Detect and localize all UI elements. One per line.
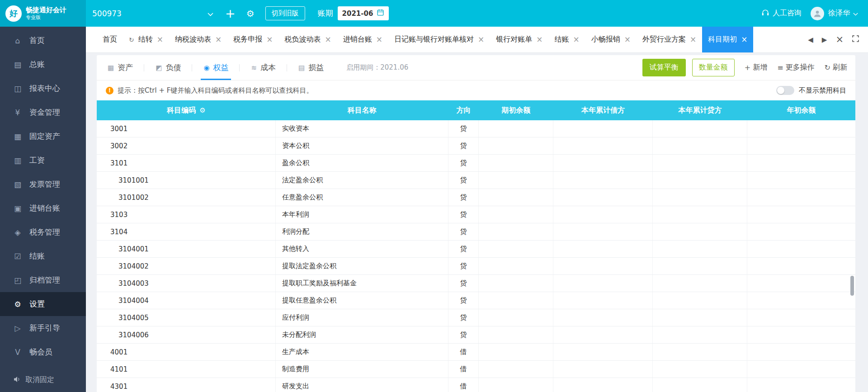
tab-tax-payment-fluctuation[interactable]: 纳税波动表× — [169, 27, 227, 52]
sidebar-item-label: 结账 — [29, 251, 45, 261]
tab-home[interactable]: 首页 — [97, 27, 123, 52]
tab-close-icon[interactable]: × — [157, 36, 163, 43]
switch-old-version-button[interactable]: 切到旧版 — [265, 6, 305, 20]
chevron-down-icon — [208, 9, 213, 18]
table-row[interactable]: 3104利润分配贷 — [97, 223, 855, 241]
col-header-account-code[interactable]: 科目编码 ⚙ — [97, 100, 276, 120]
fixed-assets-icon: ▦ — [13, 132, 23, 141]
subtab-liabilities[interactable]: ◩负债 — [153, 55, 184, 80]
subtab-label: 权益 — [213, 62, 228, 73]
tab-scroll-left-icon[interactable]: ◀ — [808, 36, 813, 44]
table-row[interactable]: 3104005应付利润贷 — [97, 309, 855, 326]
tab-close-icon[interactable]: × — [266, 36, 273, 43]
tab-carryover[interactable]: ↻结转× — [123, 27, 169, 52]
table-row[interactable]: 3104002提取法定盈余公积贷 — [97, 258, 855, 275]
table-row[interactable]: 4101制造费用借 — [97, 361, 855, 378]
sidebar-item-report-center[interactable]: ◫报表中心 — [0, 76, 86, 100]
refresh-button[interactable]: ↻ 刷新 — [825, 63, 847, 72]
sidebar-item-settings[interactable]: ⚙设置 — [0, 292, 86, 316]
cell-opening-balance — [479, 172, 553, 189]
topbar-settings-gear-icon[interactable]: ⚙ — [246, 9, 255, 18]
sidebar-item-fund-management[interactable]: ¥资金管理 — [0, 100, 86, 124]
col-header-direction[interactable]: 方向 — [448, 100, 479, 120]
tab-close-icon[interactable]: × — [624, 36, 631, 43]
table-row[interactable]: 3001实收资本贷 — [97, 120, 855, 137]
col-header-year-begin-balance[interactable]: 年初余额 — [747, 100, 855, 120]
trial-balance-button[interactable]: 试算平衡 — [642, 59, 686, 76]
table-row[interactable]: 3101001法定盈余公积贷 — [97, 172, 855, 189]
period-picker[interactable]: 2021-06 — [338, 6, 389, 20]
user-menu[interactable]: 徐泽华 — [828, 9, 858, 18]
fullscreen-icon[interactable] — [852, 35, 859, 44]
invoice-icon: ▧ — [13, 180, 23, 189]
tab-xiaochang-reimbursement[interactable]: 小畅报销× — [585, 27, 637, 52]
cell-opening-balance — [479, 155, 553, 171]
tab-scroll-right-icon[interactable]: ▶ — [822, 36, 827, 44]
table-row[interactable]: 3101盈余公积贷 — [97, 155, 855, 172]
sidebar-item-general-ledger[interactable]: ▤总账 — [0, 52, 86, 76]
cell-direction: 贷 — [448, 206, 479, 223]
sidebar-item-home[interactable]: ⌂首页 — [0, 28, 86, 52]
sidebar-item-member[interactable]: Ⅴ畅会员 — [0, 340, 86, 364]
tab-tax-declaration[interactable]: 税务申报× — [227, 27, 278, 52]
col-header-ytd-credit[interactable]: 本年累计贷方 — [653, 100, 747, 120]
hide-disabled-accounts-toggle[interactable] — [776, 86, 794, 95]
subtab-equity[interactable]: ◉权益 — [201, 55, 231, 80]
tab-close-icon[interactable]: × — [690, 36, 696, 43]
tab-account-opening-balance[interactable]: 科目期初× — [702, 27, 753, 52]
table-row[interactable]: 3101002任意盈余公积贷 — [97, 189, 855, 206]
quantity-amount-button[interactable]: 数量金额 — [692, 59, 735, 76]
table-row[interactable]: 3104004提取任意盈余公积贷 — [97, 292, 855, 309]
tab-journal-bank-reconciliation[interactable]: 日记账与银行对账单核对× — [388, 27, 490, 52]
vertical-scrollbar-thumb[interactable] — [850, 276, 854, 296]
tab-close-icon[interactable]: × — [573, 36, 579, 43]
table-row[interactable]: 3104006未分配利润贷 — [97, 326, 855, 344]
sidebar-item-invoice-management[interactable]: ▧发票管理 — [0, 172, 86, 196]
tab-close-icon[interactable]: × — [215, 36, 222, 43]
enable-period-text: 启用期间：2021.06 — [346, 63, 408, 72]
col-header-opening-balance[interactable]: 期初余额 — [479, 100, 553, 120]
table-row[interactable]: 3104003提取职工奖励及福利基金贷 — [97, 275, 855, 292]
tab-closing[interactable]: 结账× — [548, 27, 585, 52]
subtab-cost[interactable]: ≋成本 — [248, 55, 278, 80]
table-row[interactable]: 3103本年利润贷 — [97, 206, 855, 223]
tab-close-icon[interactable]: × — [741, 36, 747, 43]
cell-ytd-credit — [653, 344, 747, 360]
sidebar-item-tax-management[interactable]: ◈税务管理 — [0, 220, 86, 244]
sidebar-unpin-button[interactable]: 取消固定 — [0, 368, 86, 392]
table-row[interactable]: 3104001其他转入贷 — [97, 241, 855, 258]
more-actions-button[interactable]: ≡ 更多操作 — [777, 63, 814, 72]
table-row[interactable]: 4301研发支出借 — [97, 378, 855, 392]
avatar[interactable] — [811, 7, 824, 20]
add-new-button[interactable]: + 新增 — [745, 63, 767, 72]
tab-close-icon[interactable]: × — [536, 36, 542, 43]
tab-foreign-trade-solution[interactable]: 外贸行业方案× — [637, 27, 702, 52]
col-header-account-name[interactable]: 科目名称 — [276, 100, 448, 120]
cell-account-name: 提取任意盈余公积 — [276, 292, 448, 309]
table-row[interactable]: 3002资本公积贷 — [97, 137, 855, 155]
tab-purchase-sales-ledger[interactable]: 进销台账× — [337, 27, 388, 52]
account-select[interactable]: 500973 — [92, 9, 213, 18]
close-all-tabs-icon[interactable]: × — [835, 35, 844, 44]
tab-close-icon[interactable]: × — [478, 36, 484, 43]
tab-tax-burden-fluctuation[interactable]: 税负波动表× — [278, 27, 337, 52]
subtab-profit-loss[interactable]: ▤损益 — [296, 55, 326, 80]
support-link[interactable]: 人工咨询 — [761, 9, 802, 19]
sidebar-item-purchase-sales-ledger[interactable]: ▣进销台账 — [0, 196, 86, 220]
sidebar-item-closing[interactable]: ☑结账 — [0, 244, 86, 268]
subtab-assets[interactable]: ▦资产 — [105, 55, 136, 80]
sidebar-item-fixed-assets[interactable]: ▦固定资产 — [0, 124, 86, 148]
tab-close-icon[interactable]: × — [376, 36, 382, 43]
tab-close-icon[interactable]: × — [325, 36, 331, 43]
table-row[interactable]: 4001生产成本借 — [97, 344, 855, 361]
tab-bank-statement[interactable]: 银行对账单× — [490, 27, 548, 52]
sidebar-item-salary[interactable]: ▥工资 — [0, 148, 86, 172]
app-logo[interactable]: 好 畅捷通好会计 专业版 — [0, 0, 86, 27]
column-settings-gear-icon[interactable]: ⚙ — [199, 106, 205, 114]
col-header-ytd-debit[interactable]: 本年累计借方 — [553, 100, 653, 120]
home-icon: ⌂ — [13, 36, 23, 45]
sidebar-item-beginner-guide[interactable]: ▷新手引导 — [0, 316, 86, 340]
sidebar-item-archive-management[interactable]: ◰归档管理 — [0, 268, 86, 292]
add-account-set-button[interactable]: + — [225, 7, 236, 19]
cell-ytd-debit — [553, 172, 653, 189]
